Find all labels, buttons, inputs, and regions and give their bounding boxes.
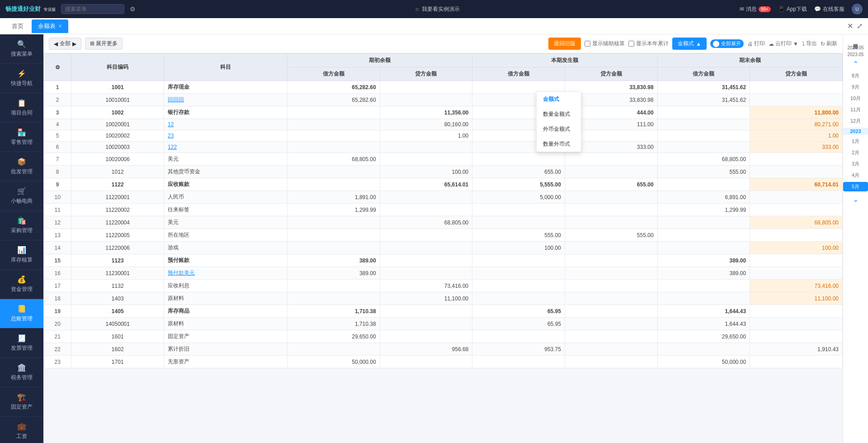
expand-more-btn[interactable]: ⊞ 展开更多 [85,38,123,50]
cloud-print-btn[interactable]: ☁ 云打印 ▼ [769,40,798,48]
month-8[interactable]: 8月 [843,71,868,81]
row-num: 9 [44,178,71,191]
row-init-debit [287,119,380,130]
row-init-credit: 11,100.00 [380,292,472,305]
settings-col-header[interactable]: ⚙ [44,54,71,81]
row-cur-debit: 65.95 [472,318,565,330]
show-year-check[interactable]: 显示本年累计 [628,40,669,48]
row-subject: 固定资产 [164,330,288,343]
all-button[interactable]: ◀ 全部 ▶ [49,38,81,50]
tab-home[interactable]: 首页 [5,19,30,33]
export-icon: ⤵ [802,41,805,47]
row-init-credit [380,356,472,368]
dropdown-item-amount[interactable]: 金额式 [537,92,581,107]
service-btn[interactable]: 💬 在线客服 [814,5,844,13]
month-2[interactable]: 2月 [843,148,868,157]
expand-all-toggle[interactable]: 全部展开 [710,39,744,48]
row-num: 4 [44,119,71,130]
tab-close-all-btn[interactable]: ✕ [847,22,853,30]
year-2023[interactable]: 2023 [843,128,868,135]
row-subject[interactable]: 预付款美元 [164,267,288,280]
sidebar-item-ecommerce[interactable]: 🛒 小畅电商 [0,181,43,211]
print-btn[interactable]: 🖨 打印 [747,40,765,48]
month-12[interactable]: 12月 [843,116,868,126]
sidebar-item-inventory[interactable]: 📊 库存核算 [0,240,43,270]
month-4[interactable]: 4月 [843,171,868,180]
row-cur-debit [472,153,565,166]
dropdown-item-qty-amount[interactable]: 数量金额式 [537,107,581,122]
period-down-nav[interactable]: ⌄ [853,195,859,204]
tab-balance-close[interactable]: ✕ [58,24,62,29]
settings-icon[interactable]: ⚙ [130,5,136,13]
sidebar-item-salary[interactable]: 💼 工资 [0,417,43,443]
row-end-debit [657,106,750,119]
code-col-header: 科目编码 [71,54,164,81]
download-btn[interactable]: 📱 App下载 [778,5,807,13]
refresh-btn[interactable]: ↻ 刷新 [821,40,837,48]
row-init-debit [287,166,380,178]
dropdown-item-qty-foreign[interactable]: 数量外币式 [537,137,581,152]
row-num: 18 [44,292,71,305]
month-9[interactable]: 9月 [843,82,868,92]
message-btn[interactable]: ✉ 消息 99+ [740,5,771,13]
row-code: 11230001 [71,267,164,280]
year-checkbox[interactable] [628,41,634,47]
row-cur-debit [472,280,565,292]
global-search-input[interactable] [61,4,124,14]
sidebar-item-search[interactable]: 🔍 搜索菜单 [0,34,43,64]
row-num: 3 [44,106,71,119]
message-count: 99+ [759,6,771,12]
row-subject: 预付账款 [164,254,288,267]
period-up-nav[interactable]: ⌃ [853,60,859,68]
back-old-version-btn[interactable]: 退回旧版 [548,38,581,50]
sidebar-item-invoice[interactable]: 🧾 发票管理 [0,329,43,358]
month-1[interactable]: 1月 [843,137,868,146]
sidebar-item-assets[interactable]: 🏗️ 固定资产 [0,387,43,417]
sidebar-item-nav[interactable]: ⚡ 快捷导航 [0,64,43,93]
sidebar-item-tax[interactable]: 🏛️ 税务管理 [0,358,43,387]
demo-link[interactable]: 我要看实例演示 [422,5,460,13]
invoice-icon: 🧾 [17,334,26,343]
sidebar-item-project[interactable]: 📋 项目合同 [0,93,43,123]
row-end-debit [657,119,750,130]
sidebar-item-retail[interactable]: 🏪 零售管理 [0,123,43,152]
row-end-debit [657,292,750,305]
dropdown-item-foreign-amount[interactable]: 外币金额式 [537,122,581,137]
row-subject[interactable]: 12 [164,119,288,130]
row-num: 14 [44,242,71,254]
app-logo: 畅捷通好业财 专业版 [5,5,56,13]
sidebar-item-capital[interactable]: 💰 资金管理 [0,270,43,299]
row-cur-credit [565,356,657,368]
month-5[interactable]: 5月 [843,182,868,191]
tab-expand-btn[interactable]: ⤢ [857,22,863,30]
row-cur-debit [472,267,565,280]
show-assist-check[interactable]: 显示辅助核算 [585,40,625,48]
row-end-credit [750,267,843,280]
tab-balance[interactable]: 余额表 ✕ [32,19,68,33]
user-avatar[interactable]: U [852,4,863,14]
month-10[interactable]: 10月 [843,94,868,103]
row-code: 1602 [71,343,164,356]
init-balance-header: 期初余额 [287,54,472,67]
export-btn[interactable]: ⤵ 导出 [802,40,817,48]
cloud-print-icon: ☁ [769,41,774,47]
row-cur-debit [472,292,565,305]
all-label: 全部 [60,40,71,48]
sidebar-item-wholesale[interactable]: 📦 批发管理 [0,152,43,181]
month-11[interactable]: 11月 [843,105,868,114]
end-debit-header: 借方金额 [657,67,750,81]
row-subject[interactable]: 23 [164,130,288,142]
sidebar-item-purchase[interactable]: 🛍️ 采购管理 [0,211,43,240]
sidebar-ledger-label: 总账管理 [11,315,33,323]
row-subject[interactable]: 122 [164,142,288,153]
row-subject: 所在地区 [164,229,288,242]
sidebar-inventory-label: 库存核算 [11,256,33,264]
row-code: 11220002 [71,204,164,216]
month-3[interactable]: 3月 [843,159,868,169]
amount-mode-btn[interactable]: 金额式 ▲ [672,38,707,50]
assist-checkbox[interactable] [585,41,590,47]
row-num: 20 [44,318,71,330]
row-cur-credit [565,204,657,216]
sidebar-item-ledger[interactable]: 📒 总账管理 [0,299,43,329]
row-subject[interactable]: 回回回 [164,94,288,106]
